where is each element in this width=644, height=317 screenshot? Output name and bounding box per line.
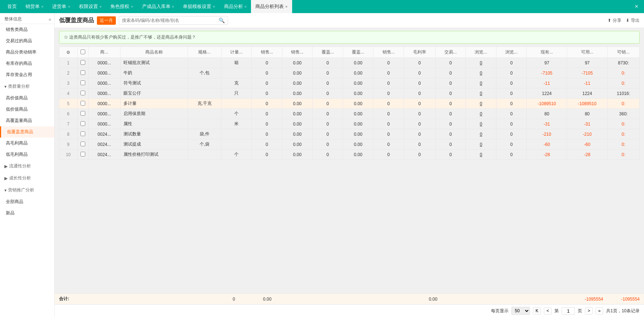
col-avail[interactable]: 可用...: [567, 47, 608, 58]
period-button[interactable]: 近一月: [97, 16, 116, 25]
row-select-checkbox[interactable]: [80, 111, 85, 116]
nav-close-permission[interactable]: ×: [99, 0, 102, 13]
nav-close-sales[interactable]: ×: [41, 0, 43, 13]
row-name[interactable]: 多计量: [120, 99, 188, 109]
row-browse1[interactable]: 0: [466, 78, 496, 88]
row-select-checkbox[interactable]: [80, 70, 85, 75]
row-select-checkbox[interactable]: [80, 60, 85, 65]
col-cover1[interactable]: 覆盖...: [313, 47, 343, 58]
row-select-checkbox[interactable]: [80, 80, 85, 85]
row-name[interactable]: 眼宝公仔: [120, 88, 188, 99]
nav-product-analysis[interactable]: 商品分析 ×: [220, 0, 251, 13]
row-select-checkbox[interactable]: [80, 131, 85, 136]
col-current[interactable]: 现有...: [527, 47, 567, 58]
row-select-checkbox[interactable]: [80, 91, 85, 95]
row-name[interactable]: 测试提成: [120, 139, 188, 150]
row-select-checkbox[interactable]: [80, 152, 85, 156]
row-checkbox[interactable]: [77, 119, 88, 129]
row-browse1[interactable]: 0: [466, 150, 496, 160]
sidebar-item-sales-goods[interactable]: 销售类商品: [0, 24, 54, 35]
sidebar-group-cluster[interactable]: ▾ 类群量分析: [0, 80, 54, 92]
col-cover2[interactable]: 覆盖...: [343, 47, 373, 58]
row-checkbox[interactable]: [77, 78, 88, 88]
row-browse1[interactable]: 0: [466, 99, 496, 109]
row-checkbox[interactable]: [77, 99, 88, 109]
row-browse1[interactable]: 0: [466, 109, 496, 119]
nav-close-analysis[interactable]: ×: [244, 0, 247, 13]
current-page-input[interactable]: [562, 307, 575, 315]
nav-product-analysis-list[interactable]: 商品分析列表 ×: [251, 0, 292, 13]
row-checkbox[interactable]: [77, 109, 88, 119]
row-browse1[interactable]: 0: [466, 68, 496, 78]
sidebar-item-high-profit[interactable]: 高毛利商品: [0, 138, 54, 149]
row-checkbox[interactable]: [77, 129, 88, 139]
select-all-checkbox[interactable]: [80, 49, 85, 54]
row-name[interactable]: 符号测试: [120, 78, 188, 88]
sidebar-group-growth[interactable]: ▶ 成长性分析: [0, 172, 54, 184]
export-button[interactable]: ⬇ 导出: [626, 17, 640, 24]
nav-home[interactable]: 首页: [3, 0, 21, 13]
first-page-button[interactable]: K: [533, 307, 541, 314]
nav-close-template[interactable]: ×: [213, 0, 215, 13]
nav-close-purchase[interactable]: ×: [68, 0, 70, 13]
row-checkbox[interactable]: [77, 88, 88, 99]
col-sellable[interactable]: 可销...: [607, 47, 639, 58]
nav-role-auth[interactable]: 角色授权 ×: [106, 0, 137, 13]
close-all-button[interactable]: ×: [632, 3, 641, 10]
col-browse1[interactable]: 浏览...: [466, 47, 496, 58]
row-checkbox[interactable]: [77, 150, 88, 160]
row-checkbox[interactable]: [77, 139, 88, 150]
row-browse1[interactable]: 0: [466, 58, 496, 68]
col-sales2[interactable]: 销售...: [282, 47, 313, 58]
nav-template-settings[interactable]: 单据模板设置 ×: [178, 0, 219, 13]
sidebar-item-low-coverage[interactable]: 低覆盖度商品: [0, 126, 54, 138]
table-container[interactable]: ⚙ 商... 商品名称 规格... 计量... 销售... 销售... 覆盖..…: [55, 47, 644, 293]
col-spec[interactable]: 规格...: [188, 47, 221, 58]
row-name[interactable]: 属性价格打印测试: [120, 150, 188, 160]
row-select-checkbox[interactable]: [80, 101, 85, 106]
sidebar-group-marketing[interactable]: ▾ 营销推广分析: [0, 184, 54, 196]
search-icon[interactable]: 🔍: [219, 17, 225, 23]
sidebar-item-high-value[interactable]: 高价值商品: [0, 92, 54, 104]
prev-page-button[interactable]: <: [544, 307, 551, 314]
row-browse1[interactable]: 0: [466, 88, 496, 99]
row-select-checkbox[interactable]: [80, 142, 85, 146]
col-browse2[interactable]: 浏览...: [496, 47, 527, 58]
search-input[interactable]: [122, 18, 219, 23]
next-page-button[interactable]: >: [585, 307, 593, 314]
nav-close-role[interactable]: ×: [131, 0, 133, 13]
col-unit[interactable]: 计量...: [221, 47, 252, 58]
row-name[interactable]: 属性: [120, 119, 188, 129]
settings-icon[interactable]: ⚙: [66, 50, 70, 55]
sidebar-item-traded-goods[interactable]: 交易过的商品: [0, 35, 54, 47]
row-browse1[interactable]: 0: [466, 139, 496, 150]
col-sales1[interactable]: 销售...: [252, 47, 282, 58]
sidebar-group-circulation[interactable]: ▶ 流通性分析: [0, 160, 54, 172]
sidebar-item-all-goods[interactable]: 全部商品: [0, 196, 54, 207]
nav-close-finished[interactable]: ×: [172, 0, 174, 13]
row-checkbox[interactable]: [77, 58, 88, 68]
col-gross[interactable]: 毛利率: [404, 47, 435, 58]
sidebar-item-in-stock[interactable]: 有库存的商品: [0, 58, 54, 69]
row-name[interactable]: 启用保质期: [120, 109, 188, 119]
row-browse1[interactable]: 0: [466, 129, 496, 139]
sidebar-item-category-sales-rate[interactable]: 商品分类动销率: [0, 47, 54, 58]
nav-sales-order[interactable]: 销货单 ×: [21, 0, 48, 13]
row-checkbox[interactable]: [77, 68, 88, 78]
nav-finished-goods[interactable]: 产成品入库单 ×: [138, 0, 178, 13]
row-name[interactable]: 牛奶: [120, 68, 188, 78]
sidebar-item-stock-capital[interactable]: 库存资金占用: [0, 69, 54, 80]
share-button[interactable]: ⬆ 分享: [608, 17, 621, 24]
sidebar-item-new-goods[interactable]: 新品: [0, 207, 54, 219]
col-name[interactable]: 商品名称: [120, 47, 188, 58]
col-settings[interactable]: ⚙: [59, 47, 78, 58]
page-size-select[interactable]: 50 100 200: [511, 307, 530, 315]
col-sales3[interactable]: 销售...: [373, 47, 404, 58]
row-browse1[interactable]: 0: [466, 119, 496, 129]
nav-permission[interactable]: 权限设置 ×: [75, 0, 106, 13]
row-select-checkbox[interactable]: [80, 121, 85, 126]
row-name[interactable]: 旺铺批次测试: [120, 58, 188, 68]
col-trans[interactable]: 交易...: [435, 47, 466, 58]
col-code[interactable]: 商...: [88, 47, 120, 58]
sidebar-item-low-value[interactable]: 低价值商品: [0, 104, 54, 115]
